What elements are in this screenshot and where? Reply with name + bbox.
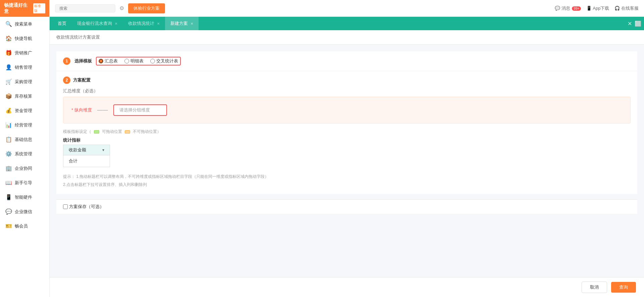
radio-summary-label: 汇总表 [105,58,118,64]
content-area: 收款情况统计方案设置 1 选择模板 汇总表 [50,30,644,277]
radio-crosstab[interactable]: 交叉统计表 [150,58,178,64]
top-bar-right: 💬 消息 99+ 📱 App下载 🎧 在线客服 [555,5,639,11]
sidebar-label: 快捷导航 [15,36,32,42]
metrics-settings-label: 模板指标设定（ [63,129,91,135]
metrics-table-cell: 合计 [63,155,110,167]
step-section: 1 选择模板 汇总表 明细表 [56,51,637,194]
page-title: 收款情况统计方案设置 [56,35,100,40]
sidebar-item-finance[interactable]: 💰 资金管理 [0,103,49,118]
sidebar-item-basic-info[interactable]: 📋 基础信息 [0,132,49,147]
step2-label: 方案配置 [73,77,91,83]
radio-detail-label: 明细表 [130,58,144,64]
tab-new-plan[interactable]: 新建方案 ✕ [165,17,199,30]
money-icon: 💰 [5,107,12,114]
metrics-table-header: 收款金额 ▾ [63,145,110,155]
sidebar-label: 企业微信 [15,209,32,215]
save-checkbox-text: 方案保存（可选） [69,204,104,210]
not-draggable-label: 不可拖动位置） [133,129,161,135]
top-bar: ⚙ 体验行业方案 💬 消息 99+ 📱 App下载 🎧 在线客服 [50,0,644,17]
settings-icon[interactable]: ⚙ [119,5,124,11]
cancel-button[interactable]: 取消 [582,282,607,293]
metrics-table: 收款金额 ▾ 合计 [63,145,110,167]
sidebar-item-member[interactable]: 🎫 畅会员 [0,219,49,233]
radio-summary-input[interactable] [99,59,103,63]
sidebar-item-search-menu[interactable]: 🔍 搜索菜单 [0,17,49,31]
sidebar-item-guide[interactable]: 📖 新手引导 [0,176,49,190]
gift-icon: 🎁 [5,50,12,56]
support-link[interactable]: 🎧 在线客服 [614,5,639,11]
sidebar-label: 畅会员 [15,223,28,229]
tab-expand[interactable]: ⬜ [635,20,641,27]
tips-section: 提示： 1.拖动标题栏可以调整布局，不可跨维度或指标区域拖动栏目字段（只能在同一… [63,172,631,189]
sidebar-item-inventory[interactable]: 📦 库存核算 [0,89,49,103]
sidebar-logo: 畅捷通好生意 标准版 [0,0,49,17]
sidebar-item-wechat[interactable]: 💬 企业微信 [0,204,49,219]
sidebar-label: 采购管理 [15,79,32,85]
dim-input-box[interactable]: 请选择分组维度 [113,104,167,116]
sidebar-item-purchase[interactable]: 🛒 采购管理 [0,75,49,89]
dim-field-label: * 纵向维度 [71,107,92,113]
industry-btn[interactable]: 体验行业方案 [128,3,165,13]
bottom-section: 方案保存（可选） [56,199,637,214]
radio-detail-input[interactable] [124,59,129,63]
radio-crosstab-input[interactable] [150,59,155,63]
sidebar-item-quick-nav[interactable]: 🏠 快捷导航 [0,31,49,46]
footer-bar: 取消 查询 [50,277,644,297]
tab-home[interactable]: 首页 [52,17,72,30]
clipboard-icon: 📋 [5,136,12,143]
sidebar-label: 企业协同 [15,165,32,171]
metrics-dropdown-icon[interactable]: ▾ [102,148,104,152]
tab-receipts[interactable]: 收款情况统计 ✕ [123,17,165,30]
radio-detail[interactable]: 明细表 [124,58,144,64]
sidebar-label: 资金管理 [15,108,32,114]
tab-receipts-close[interactable]: ✕ [157,22,160,26]
tip-1: 提示： 1.拖动标题栏可以调整布局，不可跨维度或指标区域拖动栏目字段（只能在同一… [63,172,631,181]
sidebar-item-marketing[interactable]: 🎁 营销推广 [0,46,49,60]
gear-icon: ⚙️ [5,151,12,157]
tabs-bar: 首页 现金银行流水查询 ✕ 收款情况统计 ✕ 新建方案 ✕ ✕ ⬜ [50,17,644,30]
page-header: 收款情况统计方案设置 [50,30,644,45]
tab-cashflow-label: 现金银行流水查询 [77,20,112,27]
message-badge: 99+ [572,6,581,11]
dim-section-label: 汇总维度（必选） [63,88,631,94]
tab-cashflow-close[interactable]: ✕ [115,22,117,26]
sidebar-label: 库存核算 [15,93,32,99]
tab-new-plan-close[interactable]: ✕ [191,22,193,26]
tab-close-all[interactable]: ✕ [628,20,632,27]
not-draggable-tag [125,130,130,134]
search-icon: 🔍 [5,21,12,27]
step2-number: 2 [63,77,70,84]
search-input[interactable] [55,4,115,12]
dim-arrow-icon: —— [97,107,108,113]
step2-section: 2 方案配置 汇总维度（必选） * 纵向维度 —— 请选择分组维度 [56,71,637,194]
page-body: 1 选择模板 汇总表 明细表 [50,45,644,220]
tabs-actions: ✕ ⬜ [628,20,641,27]
download-link[interactable]: 📱 App下载 [586,5,609,11]
book-icon: 📖 [5,180,12,186]
metrics-table-header-label: 收款金额 [69,147,86,153]
sidebar-item-enterprise[interactable]: 🏢 企业协同 [0,161,49,176]
messages-link[interactable]: 💬 消息 99+ [555,5,581,11]
sidebar-item-sales[interactable]: 👤 销售管理 [0,60,49,75]
save-checkbox[interactable] [63,204,68,209]
logo-text: 畅捷通好生意 [4,2,32,14]
stats-label: 统计指标 [63,137,631,143]
cart-icon: 🛒 [5,79,12,85]
save-checkbox-label[interactable]: 方案保存（可选） [63,204,104,210]
home-icon: 🏠 [5,35,12,42]
person-icon: 👤 [5,64,12,70]
step1-row: 1 选择模板 汇总表 明细表 [56,51,637,71]
step1-number: 1 [63,57,70,65]
sidebar-label: 营销推广 [15,50,32,56]
sidebar-label: 销售管理 [15,64,32,70]
query-button[interactable]: 查询 [611,282,636,293]
sidebar-item-smart-hw[interactable]: 📱 智能硬件 [0,190,49,204]
tab-receipts-label: 收款情况统计 [128,20,154,27]
sidebar-item-system[interactable]: ⚙️ 系统管理 [0,147,49,161]
chat-icon: 💬 [5,208,12,215]
tab-new-plan-label: 新建方案 [170,20,188,27]
ticket-icon: 🎫 [5,223,12,229]
radio-summary[interactable]: 汇总表 [99,58,118,64]
tab-cashflow[interactable]: 现金银行流水查询 ✕ [72,17,123,30]
sidebar-item-operations[interactable]: 📊 经营管理 [0,118,49,132]
